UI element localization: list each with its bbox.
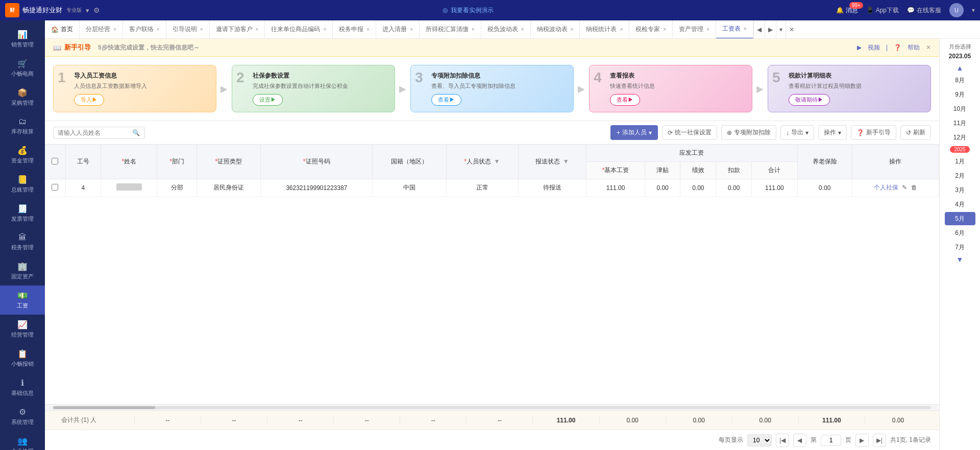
month-item-4[interactable]: 4月 [945, 198, 975, 211]
month-item-2[interactable]: 2月 [945, 169, 975, 182]
operations-btn[interactable]: 操作 ▾ [818, 125, 847, 140]
tab-tax-expert[interactable]: 税检专家 × [629, 20, 673, 39]
month-item-6[interactable]: 6月 [945, 226, 975, 240]
tab-tax-relief[interactable]: 税负波动表 × [481, 20, 531, 39]
month-down-btn[interactable]: ▼ [955, 254, 965, 265]
month-item-9[interactable]: 9月 [945, 88, 975, 101]
month-item-8[interactable]: 8月 [945, 74, 975, 87]
sidebar-item-ledger[interactable]: 📒 总账管理 [0, 170, 45, 199]
guide-btn[interactable]: ❓ 新手引导 [851, 125, 896, 140]
sidebar-item-asset[interactable]: 🏢 固定资产 [0, 256, 45, 286]
tab-tax-dyn-close[interactable]: × [571, 27, 574, 32]
special-deduction-btn[interactable]: ⊕ 专项附加扣除 [721, 125, 776, 140]
tab-clearing-close[interactable]: × [410, 27, 413, 32]
prev-page-btn[interactable]: ◀ [793, 434, 806, 447]
sidebar-item-inventory[interactable]: 🗂 库存核算 [0, 112, 45, 140]
tab-next-btn[interactable]: ▶ [765, 20, 776, 39]
sidebar-item-sales[interactable]: 📊 销售管理 [0, 25, 45, 54]
sidebar-item-system[interactable]: ⚙ 系统管理 [0, 402, 45, 431]
tab-product-code[interactable]: 往来单位商品编码 × [265, 20, 333, 39]
tab-menu-btn[interactable]: ▾ [776, 20, 786, 39]
demo-link[interactable]: 我要看实例演示 [451, 6, 494, 15]
sidebar-item-finance[interactable]: 💰 资金管理 [0, 140, 45, 170]
action-delete-icon[interactable]: 🗑 [911, 184, 917, 191]
refresh-btn[interactable]: ↺ 刷新 [900, 125, 931, 140]
step-4-btn[interactable]: 查看▶ [610, 94, 640, 106]
report-status-filter-icon[interactable]: ▼ [563, 158, 569, 165]
sidebar-item-basic[interactable]: ℹ 基础信息 [0, 373, 45, 402]
current-page-input[interactable] [821, 435, 841, 446]
guide-close-icon[interactable]: ✕ [926, 44, 931, 51]
step-3-btn[interactable]: 查看▶ [431, 94, 461, 106]
user-more-icon[interactable]: ▾ [972, 7, 975, 14]
tab-product-code-close[interactable]: × [323, 27, 326, 32]
sidebar-item-report[interactable]: 📋 小畅报销 [0, 344, 45, 373]
row-checkbox[interactable] [52, 184, 58, 191]
tab-invite[interactable]: 邀请下游客户 × [210, 20, 265, 39]
tab-guide[interactable]: 引导说明 × [166, 20, 210, 39]
tab-payroll[interactable]: 工资表 × [716, 20, 753, 39]
online-service-btn[interactable]: 💬 在线客服 [907, 6, 941, 15]
sidebar-item-ecommerce[interactable]: 🛒 小畅电商 [0, 54, 45, 83]
search-input[interactable] [58, 129, 129, 136]
tab-tax-stat[interactable]: 纳税统计表 × [580, 20, 629, 39]
next-page-btn[interactable]: ▶ [855, 434, 869, 447]
first-page-btn[interactable]: |◀ [776, 434, 789, 447]
notification-btn[interactable]: 🔔 消息 99+ [836, 6, 858, 15]
tab-partition-close[interactable]: × [113, 27, 116, 32]
tab-tax-stat-close[interactable]: × [620, 27, 623, 32]
tab-tax-relief-close[interactable]: × [521, 27, 524, 32]
step-1-btn[interactable]: 导入▶ [74, 94, 104, 106]
select-all-checkbox[interactable] [52, 158, 58, 164]
scroll-bar-track[interactable] [53, 406, 931, 409]
search-box[interactable]: 🔍 [53, 127, 145, 139]
tab-partition[interactable]: 分层经营 × [80, 20, 123, 39]
tab-asset-mgmt-close[interactable]: × [706, 27, 709, 32]
action-edit-icon[interactable]: ✎ [902, 184, 907, 191]
step-2-btn[interactable]: 设置▶ [253, 94, 283, 106]
tab-asset-mgmt[interactable]: 资产管理 × [673, 20, 716, 39]
month-item-10[interactable]: 10月 [945, 102, 975, 115]
tab-customer[interactable]: 客户联络 × [123, 20, 166, 39]
user-avatar[interactable]: U [949, 3, 964, 17]
sidebar-item-collab[interactable]: 👥 企业协同 [0, 431, 45, 450]
tab-income-tax-close[interactable]: × [472, 27, 475, 32]
scroll-bar-thumb[interactable] [53, 406, 155, 409]
tab-home[interactable]: 🏠 首页 [45, 20, 80, 39]
tab-income-tax[interactable]: 所得税汇算清缴 × [420, 20, 481, 39]
edition-dropdown-icon[interactable]: ▾ [86, 7, 89, 14]
app-download-btn[interactable]: 📱 App下载 [866, 6, 899, 15]
unified-settings-btn[interactable]: ⟳ 统一社保设置 [662, 125, 717, 140]
tab-prev-btn[interactable]: ◀ [753, 20, 765, 39]
sidebar-item-purchase[interactable]: 📦 采购管理 [0, 83, 45, 112]
month-item-7[interactable]: 7月 [945, 241, 975, 254]
tab-clearing[interactable]: 进入清册 × [376, 20, 420, 39]
video-label[interactable]: 视频 [868, 43, 880, 52]
settings-icon[interactable]: ⚙ [93, 6, 100, 14]
tab-tax-expert-close[interactable]: × [663, 27, 666, 32]
add-person-btn[interactable]: + 添加人员 ▾ [610, 125, 658, 140]
step-5-btn[interactable]: 敬请期待▶ [789, 94, 830, 106]
month-item-3[interactable]: 3月 [945, 183, 975, 197]
month-item-12[interactable]: 12月 [945, 131, 975, 144]
month-up-btn[interactable]: ▲ [955, 63, 965, 73]
sidebar-item-operation[interactable]: 📈 经营管理 [0, 315, 45, 344]
tab-guide-close[interactable]: × [200, 27, 203, 32]
search-icon[interactable]: 🔍 [132, 129, 140, 136]
action-personal-insurance[interactable]: 个人社保 [874, 184, 898, 191]
month-item-5[interactable]: 5月 [945, 212, 975, 225]
tab-tax-report-close[interactable]: × [366, 27, 370, 32]
tab-close-all-btn[interactable]: ✕ [786, 20, 797, 39]
sidebar-item-payroll[interactable]: 💵 工资 [0, 286, 45, 315]
tab-invite-close[interactable]: × [256, 27, 259, 32]
row-checkbox-cell[interactable] [45, 179, 65, 197]
month-item-1[interactable]: 1月 [945, 155, 975, 168]
tab-customer-close[interactable]: × [157, 27, 160, 32]
sidebar-item-tax[interactable]: 🏛 税务管理 [0, 228, 45, 256]
last-page-btn[interactable]: ▶| [873, 434, 886, 447]
tab-tax-dyn[interactable]: 纳税波动表 × [531, 20, 580, 39]
export-btn[interactable]: ↓ 导出 ▾ [780, 125, 814, 140]
tab-payroll-close[interactable]: × [744, 26, 747, 32]
month-item-11[interactable]: 11月 [945, 116, 975, 130]
sidebar-item-invoice[interactable]: 🧾 发票管理 [0, 199, 45, 228]
